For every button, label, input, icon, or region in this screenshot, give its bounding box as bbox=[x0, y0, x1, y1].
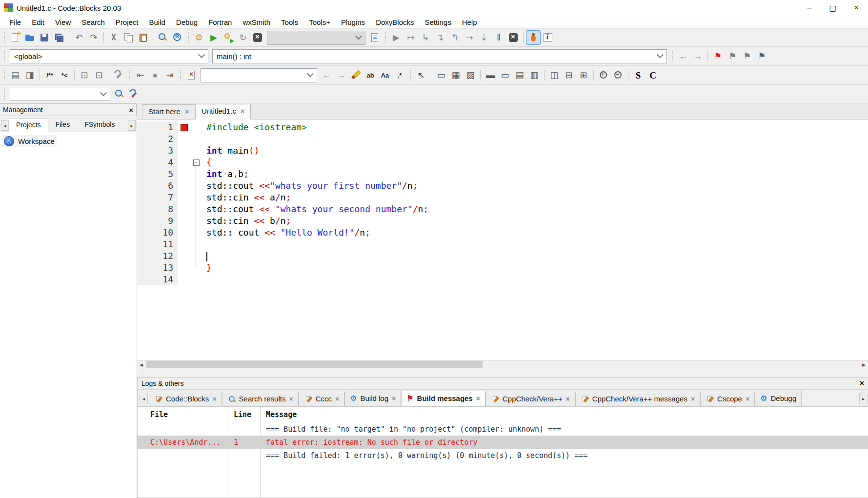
step-into-button[interactable]: ↴ bbox=[433, 30, 447, 45]
stop-debugger-button[interactable] bbox=[506, 30, 521, 45]
code-line[interactable]: 7std::cin << a/n; bbox=[137, 192, 868, 203]
fold-margin[interactable] bbox=[191, 180, 203, 192]
workspace-item[interactable]: ⌂ Workspace bbox=[2, 135, 57, 147]
code-line[interactable]: 11 bbox=[137, 239, 868, 250]
rebuild-button[interactable]: ↻ bbox=[236, 30, 250, 45]
menu-item-project[interactable]: Project bbox=[110, 18, 144, 26]
browse-forward-button[interactable]: ⇥ bbox=[162, 68, 177, 82]
logs-tab-build-log[interactable]: ⚙Build log× bbox=[344, 391, 401, 406]
find-button[interactable] bbox=[156, 30, 170, 45]
use-regex-button[interactable]: .* bbox=[392, 68, 407, 82]
toolbar-grip[interactable] bbox=[179, 70, 182, 80]
toolbar-grip[interactable] bbox=[128, 70, 131, 80]
code-line[interactable]: 14 bbox=[137, 274, 868, 285]
run-button[interactable]: ▶ bbox=[206, 30, 221, 45]
zoom-in-button[interactable] bbox=[596, 68, 611, 82]
function-combo[interactable]: main() : int bbox=[212, 49, 667, 63]
menu-item-doxyblocks[interactable]: DoxyBlocks bbox=[370, 18, 419, 26]
margin-marker-area[interactable] bbox=[178, 157, 191, 168]
undo-button[interactable]: ↶ bbox=[72, 30, 86, 45]
column-header-file[interactable]: File bbox=[138, 410, 228, 419]
toolbar-grip[interactable] bbox=[384, 32, 387, 43]
incsearch-next-button[interactable]: → bbox=[334, 68, 348, 82]
step-into-instruction-button[interactable]: ⇣ bbox=[477, 30, 491, 45]
column-header-message[interactable]: Message bbox=[260, 410, 868, 419]
menu-item-tools-[interactable]: Tools+ bbox=[303, 18, 336, 26]
scroll-right-icon[interactable]: ▶ bbox=[860, 360, 868, 369]
code-line[interactable]: 4{ bbox=[137, 157, 868, 168]
code-line[interactable]: 5int a,b; bbox=[137, 168, 868, 180]
debugging-windows-button[interactable] bbox=[526, 30, 541, 45]
logs-tabs-scroll-left-icon[interactable]: ◂ bbox=[140, 393, 148, 404]
logs-tab-cppcheck-vera-[interactable]: CppCheck/Vera++× bbox=[485, 392, 575, 406]
fold-margin[interactable] bbox=[191, 274, 203, 285]
code-line[interactable]: 3int main() bbox=[137, 145, 868, 157]
horizontal-splitter[interactable] bbox=[137, 369, 868, 377]
wx-combo-b-button[interactable]: ⊟ bbox=[562, 68, 576, 82]
menu-item-plugins[interactable]: Plugins bbox=[336, 18, 370, 26]
code-line[interactable]: 10std:: cout << "Hello World!"/n; bbox=[137, 227, 868, 239]
tab-close-icon[interactable]: × bbox=[746, 395, 749, 403]
nav-back-button[interactable]: ← bbox=[676, 49, 690, 63]
margin-marker-area[interactable] bbox=[178, 121, 191, 133]
fold-margin[interactable] bbox=[191, 239, 203, 250]
toolbar-grip[interactable] bbox=[671, 51, 674, 61]
menu-item-debug[interactable]: Debug bbox=[171, 18, 203, 26]
break-debugger-button[interactable]: ‖ bbox=[491, 30, 506, 45]
tab-close-icon[interactable]: × bbox=[691, 395, 695, 403]
zoom-out-button[interactable] bbox=[611, 68, 626, 82]
save-button[interactable] bbox=[37, 30, 52, 45]
menu-item-file[interactable]: File bbox=[4, 18, 26, 26]
toolbar-grip[interactable] bbox=[3, 32, 6, 43]
run-to-cursor-button[interactable]: ↦ bbox=[404, 30, 418, 45]
symbol-browser-button[interactable]: ▤ bbox=[8, 68, 22, 82]
compile-log-button[interactable] bbox=[367, 30, 382, 45]
match-case-button[interactable]: Aa bbox=[378, 68, 392, 82]
column-header-line[interactable]: Line bbox=[228, 410, 260, 419]
breakpoint-icon[interactable] bbox=[181, 124, 188, 131]
code-line[interactable]: 8std::cout << "whats your second number"… bbox=[137, 203, 868, 215]
build-message-row[interactable]: === Build failed: 1 error(s), 0 warning(… bbox=[138, 449, 868, 462]
debug-continue-button[interactable]: ▶ bbox=[389, 30, 404, 45]
replace-button[interactable] bbox=[170, 30, 185, 45]
toolbar-grip[interactable] bbox=[409, 70, 412, 80]
open-file-button[interactable] bbox=[22, 30, 37, 45]
browse-marker-button[interactable]: ● bbox=[148, 68, 162, 82]
build-message-row[interactable]: C:\Users\Andr...1fatal error: iostream: … bbox=[138, 436, 868, 449]
logs-tab-cppcheck-vera-messages[interactable]: CppCheck/Vera++ messages× bbox=[575, 392, 700, 406]
code-line[interactable]: 1#include <iostream> bbox=[137, 121, 868, 133]
incsearch-combo[interactable] bbox=[201, 68, 317, 82]
menu-item-settings[interactable]: Settings bbox=[419, 18, 456, 26]
wx-show-captions-button[interactable]: C bbox=[646, 68, 660, 82]
menu-item-search[interactable]: Search bbox=[76, 18, 110, 26]
maximize-button[interactable]: ▢ bbox=[821, 0, 845, 16]
editor-tab-untitled1-c[interactable]: Untitled1.c× bbox=[195, 104, 251, 120]
tab-close-icon[interactable]: × bbox=[289, 395, 293, 403]
column-divider[interactable] bbox=[260, 407, 261, 498]
fold-margin[interactable] bbox=[191, 215, 203, 227]
nav-forward-button[interactable]: → bbox=[690, 49, 705, 63]
wx-combo-c-button[interactable]: ⊞ bbox=[576, 68, 591, 82]
doxy-settings-button[interactable] bbox=[112, 68, 126, 82]
code-line[interactable]: 9std::cin << b/n; bbox=[137, 215, 868, 227]
cut-button[interactable] bbox=[106, 30, 121, 45]
logs-tab-cccc[interactable]: Cccc× bbox=[299, 392, 345, 406]
fold-collapse-icon[interactable] bbox=[193, 159, 200, 166]
margin-marker-area[interactable] bbox=[178, 203, 191, 215]
code-line[interactable]: 6std::cout <<"whats your first number"/n… bbox=[137, 180, 868, 192]
doxy-view-button[interactable]: ⊡ bbox=[92, 68, 106, 82]
next-line-button[interactable]: ↳ bbox=[418, 30, 433, 45]
fold-margin[interactable] bbox=[191, 133, 203, 145]
tab-close-icon[interactable]: × bbox=[335, 395, 339, 403]
toggle-bookmark-button[interactable]: ⚑ bbox=[710, 49, 725, 63]
copy-button[interactable] bbox=[121, 30, 136, 45]
code-line[interactable]: 2 bbox=[137, 133, 868, 145]
incsearch-prev-button[interactable]: ← bbox=[319, 68, 334, 82]
management-tabs-scroll-left-icon[interactable]: ◂ bbox=[1, 120, 9, 131]
fold-margin[interactable] bbox=[191, 262, 203, 274]
fold-margin[interactable] bbox=[191, 168, 203, 180]
tab-close-icon[interactable]: × bbox=[566, 395, 570, 403]
browse-back-button[interactable]: ⇤ bbox=[133, 68, 148, 82]
management-tab-fsymbols[interactable]: FSymbols bbox=[77, 118, 122, 132]
match-whole-word-button[interactable]: ab bbox=[363, 68, 378, 82]
